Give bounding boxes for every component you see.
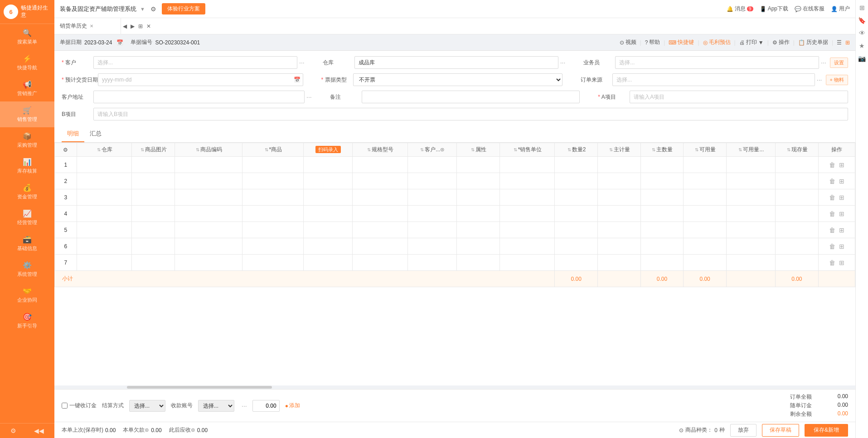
- row-mainqty-7[interactable]: [640, 255, 684, 271]
- salesperson-input[interactable]: [615, 56, 819, 69]
- row-mainqty-6[interactable]: [640, 238, 684, 255]
- sidebar-bottom[interactable]: ⚙ ◀◀: [0, 423, 54, 438]
- row-barcode-6[interactable]: [303, 238, 352, 255]
- row-attr-1[interactable]: [456, 157, 499, 173]
- rp-grid-icon[interactable]: ⊞: [856, 2, 868, 14]
- th-settings[interactable]: ⚙: [55, 143, 77, 157]
- row-avail-7[interactable]: [684, 255, 727, 271]
- sidebar-collapse-icon[interactable]: ◀◀: [34, 427, 44, 434]
- row-barcode-7[interactable]: [303, 255, 352, 271]
- sidebar-item-quick[interactable]: ⚡快捷导航: [0, 50, 54, 76]
- row-copy-3[interactable]: ⊞: [838, 194, 845, 201]
- row-unit-5[interactable]: [499, 222, 555, 238]
- b-project-input[interactable]: [93, 108, 848, 120]
- row-delete-4[interactable]: 🗑: [828, 210, 836, 217]
- row-delete-3[interactable]: 🗑: [828, 194, 836, 201]
- row-avail-2[interactable]: [684, 173, 727, 189]
- a-project-input[interactable]: [630, 91, 848, 103]
- order-source-dots-icon[interactable]: ···: [817, 76, 822, 83]
- th-product[interactable]: ⇅*商品: [242, 143, 303, 157]
- row-code-5[interactable]: [175, 222, 242, 238]
- view-action[interactable]: ⊙ 视频: [620, 39, 636, 46]
- sidebar-item-inventory[interactable]: 📊库存核算: [0, 153, 54, 179]
- row-code-1[interactable]: [175, 157, 242, 173]
- row-availdots-4[interactable]: [726, 206, 775, 222]
- row-mainunit-7[interactable]: [597, 255, 640, 271]
- sidebar-item-search[interactable]: 🔍搜索菜单: [0, 24, 54, 50]
- add-payment-button[interactable]: ● 添加: [285, 402, 300, 409]
- row-spec-4[interactable]: [353, 206, 408, 222]
- row-attr-4[interactable]: [456, 206, 499, 222]
- row-qty2-7[interactable]: [555, 255, 598, 271]
- row-custcode-3[interactable]: [407, 189, 456, 206]
- row-mainunit-4[interactable]: [597, 206, 640, 222]
- row-copy-7[interactable]: ⊞: [838, 259, 845, 266]
- sidebar-item-sales[interactable]: 🛒销售管理: [0, 101, 54, 127]
- row-custcode-4[interactable]: [407, 206, 456, 222]
- notification-bell[interactable]: 🔔 消息 9: [727, 5, 753, 13]
- row-availdots-5[interactable]: [726, 222, 775, 238]
- add-material-button[interactable]: + 物料: [826, 75, 848, 85]
- one-click-checkbox[interactable]: [62, 403, 68, 409]
- row-mainqty-5[interactable]: [640, 222, 684, 238]
- row-product-6[interactable]: [242, 238, 303, 255]
- row-delete-5[interactable]: 🗑: [828, 226, 836, 234]
- salesperson-dots-icon[interactable]: ···: [821, 59, 826, 66]
- row-barcode-3[interactable]: [303, 189, 352, 206]
- row-qty2-6[interactable]: [555, 238, 598, 255]
- th-avail[interactable]: ⇅可用量: [684, 143, 727, 157]
- row-attr-7[interactable]: [456, 255, 499, 271]
- row-copy-5[interactable]: ⊞: [838, 226, 845, 234]
- th-stock[interactable]: ⇅现存量: [776, 143, 819, 157]
- row-delete-7[interactable]: 🗑: [828, 259, 836, 266]
- history-action[interactable]: 📋 历史单据: [798, 39, 828, 46]
- print-action[interactable]: 🖨 打印 ▼: [739, 39, 764, 46]
- app-download-link[interactable]: 📱 App下载: [760, 5, 788, 13]
- discard-button[interactable]: 放弃: [730, 424, 756, 437]
- row-availdots-6[interactable]: [726, 238, 775, 255]
- row-spec-6[interactable]: [353, 238, 408, 255]
- tab-close-all-icon[interactable]: ✕: [145, 23, 153, 29]
- row-delete-1[interactable]: 🗑: [828, 161, 836, 168]
- warehouse-dots-icon[interactable]: ···: [560, 59, 566, 66]
- row-warehouse-6[interactable]: [77, 238, 132, 255]
- row-img-2[interactable]: [132, 173, 175, 189]
- row-unit-1[interactable]: [499, 157, 555, 173]
- list-view-icon[interactable]: ☰: [837, 39, 842, 46]
- account-select[interactable]: 选择...: [198, 400, 234, 412]
- save-draft-button[interactable]: 保存草稿: [762, 424, 799, 437]
- row-mainunit-3[interactable]: [597, 189, 640, 206]
- sidebar-item-newbie[interactable]: 🎯新手引导: [0, 308, 54, 334]
- tab-more-icon[interactable]: ⊞: [136, 23, 145, 29]
- notes-input[interactable]: [362, 91, 580, 103]
- user-avatar[interactable]: 👤 用户: [831, 5, 850, 13]
- row-unit-7[interactable]: [499, 255, 555, 271]
- row-mainunit-1[interactable]: [597, 157, 640, 173]
- row-mainunit-5[interactable]: [597, 222, 640, 238]
- row-code-4[interactable]: [175, 206, 242, 222]
- row-copy-6[interactable]: ⊞: [838, 243, 845, 250]
- row-warehouse-2[interactable]: [77, 173, 132, 189]
- tab-summary[interactable]: 汇总: [84, 126, 107, 142]
- row-barcode-5[interactable]: [303, 222, 352, 238]
- row-qty2-2[interactable]: [555, 173, 598, 189]
- row-barcode-2[interactable]: [303, 173, 352, 189]
- row-spec-2[interactable]: [353, 173, 408, 189]
- row-unit-3[interactable]: [499, 189, 555, 206]
- row-code-7[interactable]: [175, 255, 242, 271]
- th-code[interactable]: ⇅商品编码: [175, 143, 242, 157]
- row-unit-6[interactable]: [499, 238, 555, 255]
- row-warehouse-7[interactable]: [77, 255, 132, 271]
- row-warehouse-1[interactable]: [77, 157, 132, 173]
- customer-input[interactable]: [93, 56, 297, 69]
- row-qty2-4[interactable]: [555, 206, 598, 222]
- sidebar-settings-icon[interactable]: ⚙: [10, 427, 16, 434]
- sidebar-item-enterprise[interactable]: 🤝企业协同: [0, 282, 54, 308]
- row-img-1[interactable]: [132, 157, 175, 173]
- row-avail-5[interactable]: [684, 222, 727, 238]
- address-dots-icon[interactable]: ···: [306, 93, 312, 101]
- row-stock-4[interactable]: [776, 206, 819, 222]
- industry-plan-button[interactable]: 体验行业方案: [162, 3, 205, 14]
- th-mainunit[interactable]: ⇅主计量: [597, 143, 640, 157]
- row-unit-4[interactable]: [499, 206, 555, 222]
